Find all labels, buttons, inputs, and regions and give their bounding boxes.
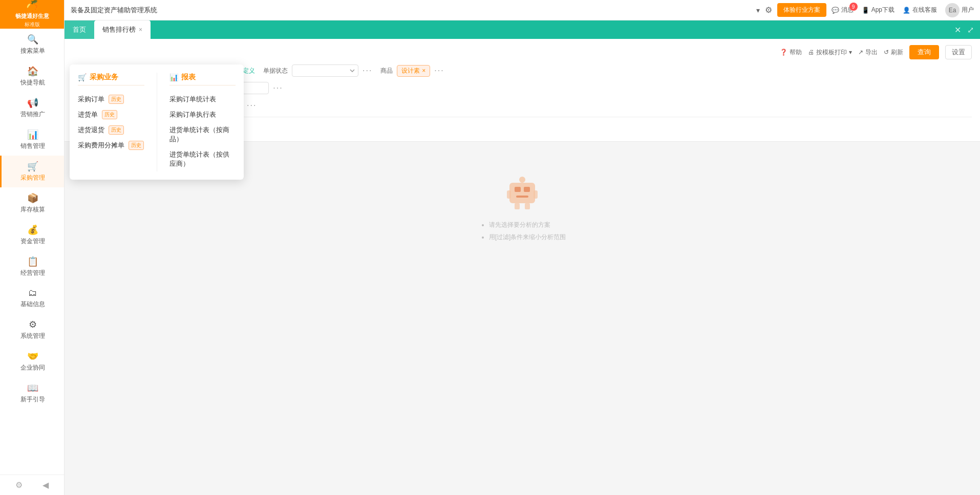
home-icon: 🏠 — [27, 66, 38, 77]
topbar-settings-btn[interactable]: ⚙ — [765, 5, 772, 15]
svg-rect-5 — [534, 190, 538, 199]
topbar-industry-btn[interactable]: 体验行业方案 — [777, 3, 826, 17]
topbar-title: 装备及固定资产辅助管理系统 — [71, 6, 751, 15]
app-download-btn[interactable]: 📱 App下载 — [862, 6, 894, 14]
customer-dots[interactable]: ··· — [247, 101, 257, 110]
sidebar-item-search[interactable]: 🔍 搜索菜单 — [0, 29, 64, 60]
help-btn[interactable]: ❓ 帮助 — [780, 48, 802, 57]
footer-settings-btn[interactable]: ⚙ — [15, 480, 23, 490]
topbar: 装备及固定资产辅助管理系统 ▾ ⚙ 体验行业方案 💬 消息 9 📱 App下载 … — [65, 0, 980, 20]
dropdown-menu: 🛒 采购业务 采购订单 历史 进货单 历史 进货退货 历史 采购费用分摊单 — [70, 64, 244, 180]
menu-item-purchase-expense-label: 采购费用分摊单 — [78, 141, 124, 150]
search-icon: 🔍 — [27, 34, 38, 45]
menu-item-inbound-stat-goods[interactable]: 进货单统计表（按商品） — [169, 122, 236, 147]
doc-status-field: 单据状态 ··· — [263, 64, 372, 77]
sidebar-item-system[interactable]: ⚙ 系统管理 — [0, 314, 64, 346]
content-area: ❓ 帮助 🖨 按模板打印 ▾ ↗ 导出 ↺ 刷新 查询 设置 — [65, 39, 980, 495]
operation-icon: 📋 — [27, 256, 38, 267]
goods-dots[interactable]: ··· — [434, 66, 444, 75]
marketing-icon: 📢 — [27, 97, 38, 109]
tab-expand-btn[interactable]: ⤢ — [965, 23, 976, 37]
footer-collapse-btn[interactable]: ◀ — [42, 480, 49, 490]
refresh-label: 刷新 — [891, 48, 903, 57]
menu-item-purchase-order[interactable]: 采购订单 历史 — [78, 92, 144, 107]
report-menu-title: 报表 — [181, 73, 196, 82]
menu-item-inbound-return[interactable]: 进货退货 历史 — [78, 122, 144, 138]
svg-rect-1 — [515, 187, 521, 192]
goods-tag-text: 设计素 — [401, 67, 420, 75]
menu-item-inbound-stat-supplier[interactable]: 进货单统计表（按供应商） — [169, 147, 236, 171]
doc-status-dots[interactable]: ··· — [363, 66, 372, 75]
sidebar-label-marketing: 营销推广 — [20, 110, 45, 119]
menu-item-purchase-order-exec[interactable]: 采购订单执行表 — [169, 107, 236, 122]
menu-item-purchase-order-stat[interactable]: 采购订单统计表 — [169, 92, 236, 107]
service-icon: 👤 — [903, 7, 910, 14]
svg-rect-4 — [507, 190, 511, 199]
salesperson-dots[interactable]: ··· — [273, 83, 283, 93]
app-download-label: App下载 — [871, 6, 894, 14]
sidebar-item-operation[interactable]: 📋 经营管理 — [0, 251, 64, 283]
query-btn[interactable]: 查询 — [909, 45, 939, 59]
svg-point-8 — [519, 177, 525, 183]
message-badge: 9 — [849, 3, 858, 11]
sidebar-label-search: 搜索菜单 — [20, 47, 45, 55]
tab-sales-rank[interactable]: 销售排行榜 × — [94, 20, 151, 39]
sidebar-item-enterprise[interactable]: 🤝 企业协同 — [0, 346, 64, 377]
finance-icon: 💰 — [27, 224, 38, 235]
menu-item-purchase-order-stat-label: 采购订单统计表 — [169, 95, 216, 104]
set-btn[interactable]: 设置 — [945, 45, 972, 59]
inventory-icon: 📦 — [27, 192, 38, 204]
menu-divider — [157, 73, 157, 171]
sidebar-label-operation: 经营管理 — [20, 269, 45, 277]
logo-line2: 标准版 — [25, 21, 40, 28]
history-tag-purchase-expense: 历史 — [129, 141, 144, 150]
topbar-dropdown-btn[interactable]: ▾ — [756, 6, 760, 14]
tab-close-btn[interactable]: × — [139, 26, 142, 33]
sidebar: 🍊 畅捷通好生意 标准版 🔍 搜索菜单 🏠 快捷导航 📢 营销推广 📊 销售管理… — [0, 0, 65, 495]
sidebar-label-newbie: 新手引导 — [20, 395, 45, 404]
print-icon: 🖨 — [808, 49, 814, 56]
sidebar-item-marketing[interactable]: 📢 营销推广 — [0, 92, 64, 124]
enterprise-icon: 🤝 — [27, 351, 38, 362]
avatar-text: Ea — [949, 7, 956, 14]
phone-icon: 📱 — [862, 7, 869, 14]
history-tag-inbound-return: 历史 — [109, 125, 124, 135]
sidebar-item-inventory[interactable]: 📦 库存核算 — [0, 187, 64, 219]
sidebar-item-finance[interactable]: 💰 资金管理 — [0, 219, 64, 251]
menu-item-inbound-label: 进货单 — [78, 110, 98, 119]
empty-tips: 请先选择要分析的方案 用[过滤]条件来缩小分析范围 — [479, 219, 566, 243]
menu-item-inbound[interactable]: 进货单 历史 — [78, 107, 144, 122]
sidebar-item-basic[interactable]: 🗂 基础信息 — [0, 283, 64, 314]
sidebar-label-enterprise: 企业协同 — [20, 363, 45, 372]
menu-item-purchase-order-exec-label: 采购订单执行表 — [169, 110, 216, 119]
help-icon: ❓ — [780, 49, 787, 56]
avatar: Ea — [945, 3, 960, 17]
purchase-menu-icon: 🛒 — [78, 73, 87, 81]
svg-rect-2 — [524, 187, 530, 192]
sidebar-item-purchase[interactable]: 🛒 采购管理 — [0, 156, 64, 187]
menu-item-inbound-return-label: 进货退货 — [78, 125, 104, 135]
tab-close-window-btn[interactable]: ✕ — [952, 23, 963, 37]
tabs-bar: 首页 销售排行榜 × ✕ ⤢ — [65, 20, 980, 39]
topbar-right: 💬 消息 9 📱 App下载 👤 在线客服 Ea 用户 — [832, 3, 974, 17]
sidebar-item-newbie[interactable]: 📖 新手引导 — [0, 377, 64, 409]
sidebar-footer: ⚙ ◀ — [0, 475, 64, 495]
main-area: 装备及固定资产辅助管理系统 ▾ ⚙ 体验行业方案 💬 消息 9 📱 App下载 … — [65, 0, 980, 495]
user-btn[interactable]: Ea 用户 — [945, 3, 974, 17]
goods-tag-close[interactable]: × — [422, 67, 425, 74]
menu-item-purchase-expense[interactable]: 采购费用分摊单 历史 — [78, 138, 144, 153]
sidebar-label-sales: 销售管理 — [20, 142, 45, 150]
print-btn[interactable]: 🖨 按模板打印 ▾ — [808, 48, 852, 57]
export-btn[interactable]: ↗ 导出 — [858, 48, 878, 57]
sidebar-label-system: 系统管理 — [20, 332, 45, 340]
menu-col-purchase: 🛒 采购业务 采购订单 历史 进货单 历史 进货退货 历史 采购费用分摊单 — [78, 73, 144, 171]
doc-status-select[interactable] — [292, 64, 358, 77]
sidebar-item-sales[interactable]: 📊 销售管理 — [0, 124, 64, 156]
online-service-btn[interactable]: 👤 在线客服 — [903, 6, 937, 14]
sidebar-item-quick-nav[interactable]: 🏠 快捷导航 — [0, 60, 64, 92]
tab-home[interactable]: 首页 — [65, 20, 94, 39]
refresh-btn[interactable]: ↺ 刷新 — [884, 48, 903, 57]
goods-tag: 设计素 × — [397, 65, 430, 77]
message-btn[interactable]: 💬 消息 9 — [832, 6, 854, 14]
menu-item-inbound-stat-goods-label: 进货单统计表（按商品） — [169, 125, 236, 144]
